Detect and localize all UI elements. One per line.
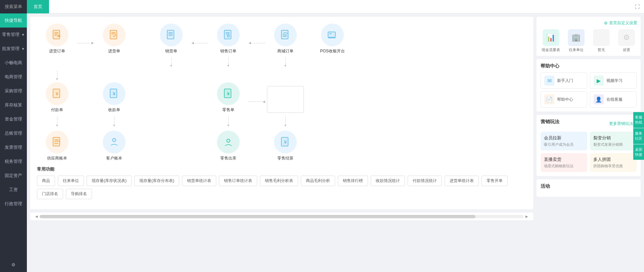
svg-text:¥: ¥	[55, 91, 58, 96]
func-btn-零售开单[interactable]: 零售开单	[481, 176, 508, 186]
help-center-title: 帮助中心	[541, 63, 637, 69]
scroll-row: ◀ ▶	[30, 213, 533, 220]
func-btn-销售订单[interactable]: 销售订单统计表	[219, 176, 257, 186]
svg-rect-7	[167, 30, 174, 39]
func-btn-商品[interactable]: 商品	[37, 176, 55, 186]
sidebar-item-retail[interactable]: 零售管理 ▼	[0, 28, 27, 42]
func-btn-现存量([interactable]: 现存量(库存状况表)	[87, 176, 132, 186]
arrow-sales-order-to-slip: ◀	[191, 41, 208, 54]
arrow-mall-to-sales-order: ◀	[248, 41, 265, 54]
sidebar-item-ledger[interactable]: 总账管理	[0, 126, 27, 140]
func-btn-销售毛利[interactable]: 销售毛利分析表	[260, 176, 298, 186]
flow-node-supplier-book[interactable]: 供应商账本	[37, 131, 77, 161]
sidebar: 快捷导航 零售管理 ▼ 批发管理 ▼ 小畅电商 电商管理 采购管理 库存核算 资…	[0, 13, 27, 272]
func-btn-进货单统[interactable]: 进货单统计表	[445, 176, 479, 186]
marketing-item-裂变分销[interactable]: 裂变分销裂变式发展分销商	[590, 132, 637, 150]
sidebar-item-admin[interactable]: 行政管理	[0, 197, 27, 211]
help-center-panel: 帮助中心 ✉新手入门▶视频学习📄帮助中心👤在线客服	[537, 59, 641, 111]
sidebar-item-invoice[interactable]: 发票管理	[0, 140, 27, 154]
sidebar-item-tax[interactable]: 税务管理	[0, 154, 27, 169]
help-item-新手入门[interactable]: ✉新手入门	[541, 73, 587, 89]
func-btn-付款情况[interactable]: 付款情况统计	[408, 176, 442, 186]
sidebar-item-ecommerce-small[interactable]: 小畅电商	[0, 56, 27, 70]
marketing-item-会员拉新[interactable]: 会员拉新吸引用户成为会员	[541, 132, 587, 150]
func-btn-商品毛利[interactable]: 商品毛利分析	[301, 176, 335, 186]
chevron-down-icon: ▼	[21, 47, 25, 51]
flow-node-purchase-slip[interactable]: 进货单	[94, 24, 134, 54]
common-funcs: 常用功能 商品往来单位现存量(库存状况表)现存量(库存分布表)销货单统计表销售订…	[37, 161, 526, 202]
more-marketing-link[interactable]: 更多营销玩法 >	[609, 121, 637, 127]
flow-node-purchase-order[interactable]: 进货订单	[37, 24, 77, 54]
search-menu[interactable]: 搜索菜单	[0, 0, 27, 13]
marketing-grid: 会员拉新吸引用户成为会员裂变分销裂变式发展分销商直播卖货场景式购物新玩法多人拼团…	[541, 132, 637, 172]
flow-node-retail-settle[interactable]: ¥ 零售结算	[265, 131, 306, 161]
svg-text:¥: ¥	[112, 91, 116, 96]
sidebar-settings[interactable]: ⚙	[0, 258, 27, 272]
func-grid: 商品往来单位现存量(库存状况表)现存量(库存分布表)销货单统计表销售订单统计表销…	[37, 176, 526, 199]
quick-icon-现金流量表[interactable]: 📊现金流量表	[540, 29, 562, 52]
func-btn-往来单位[interactable]: 往来单位	[58, 176, 84, 186]
help-item-帮助中心[interactable]: 📄帮助中心	[541, 91, 587, 107]
marketing-item-直播卖货[interactable]: 直播卖货场景式购物新玩法	[541, 153, 587, 172]
help-icon-新手入门: ✉	[544, 76, 554, 86]
svg-rect-11	[224, 30, 231, 39]
tab-home[interactable]: 首页	[27, 0, 49, 13]
help-item-视频学习[interactable]: ▶视频学习	[590, 73, 637, 89]
marketing-title: 营销玩法	[541, 119, 559, 125]
help-icon-在线客服: 👤	[594, 94, 604, 104]
common-funcs-title: 常用功能	[37, 166, 526, 172]
float-btn-desktop[interactable]: 桌面快捷	[633, 144, 644, 160]
arrow-purchase-order-to-slip: ▶	[77, 41, 94, 54]
flow-node-customer-book[interactable]: 客户账本	[94, 131, 134, 161]
marketing-panel: 营销玩法 更多营销玩法 > 会员拉新吸引用户成为会员裂变分销裂变式发展分销商直播…	[537, 115, 641, 176]
quick-icon-设置[interactable]: ⚙设置	[615, 29, 637, 52]
func-btn-收款情况[interactable]: 收款情况统计	[371, 176, 405, 186]
func-btn-销货单统[interactable]: 销货单统计表	[182, 176, 216, 186]
quick-nav-area: 进货订单 ▶	[30, 17, 533, 209]
quick-access-panel: ⚙ 首页自定义设置 📊现金流量表🏢往来单位暂无⚙设置	[537, 17, 641, 56]
quick-icon-暂无[interactable]: 暂无	[590, 29, 612, 52]
svg-text:¥: ¥	[227, 91, 230, 96]
svg-text:¥: ¥	[284, 139, 287, 145]
sidebar-item-inventory[interactable]: 库存核算	[0, 98, 27, 112]
quick-icon-往来单位[interactable]: 🏢往来单位	[565, 29, 587, 52]
sidebar-item-ecommerce[interactable]: 电商管理	[0, 70, 27, 84]
flow-node-sales-slip[interactable]: 销货单	[151, 24, 191, 54]
sidebar-item-quick-nav[interactable]: 快捷导航	[0, 13, 27, 28]
svg-rect-15	[281, 30, 288, 39]
flow-node-pos[interactable]: POS收银开台	[312, 24, 353, 54]
func-btn-门店排名[interactable]: 门店排名	[37, 189, 63, 199]
right-panel: ⚙ 首页自定义设置 📊现金流量表🏢往来单位暂无⚙设置 帮助中心 ✉新手入门▶视频…	[537, 13, 644, 272]
sidebar-item-finance[interactable]: 资金管理	[0, 112, 27, 126]
sidebar-item-wholesale[interactable]: 批发管理 ▼	[0, 42, 27, 56]
fullscreen-icon[interactable]: ⛶	[634, 3, 641, 10]
help-item-在线客服[interactable]: 👤在线客服	[590, 91, 637, 107]
sidebar-item-assets[interactable]: 固定资产	[0, 169, 27, 183]
scroll-right-arrow[interactable]: ▶	[524, 215, 530, 218]
sidebar-item-purchase[interactable]: 采购管理	[0, 84, 27, 98]
svg-point-30	[112, 138, 116, 142]
marketing-item-多人拼团[interactable]: 多人拼团拼团购物享受优惠	[590, 153, 637, 172]
sidebar-item-payroll[interactable]: 工资	[0, 183, 27, 197]
float-btn-community[interactable]: 服务社区	[633, 128, 644, 144]
help-icon-帮助中心: 📄	[544, 94, 554, 104]
activity-panel: 活动	[537, 179, 641, 197]
func-btn-现存量([interactable]: 现存量(库存分布表)	[134, 176, 179, 186]
help-icon-视频学习: ▶	[594, 76, 604, 86]
flow-node-mall-order[interactable]: 商城订单	[265, 24, 306, 54]
svg-rect-19	[329, 33, 331, 34]
scroll-bar[interactable]	[40, 215, 524, 218]
quick-access-setting[interactable]: ⚙ 首页自定义设置	[604, 20, 637, 26]
flow-node-retail-out[interactable]: 零售出库	[208, 131, 248, 161]
func-btn-导购排名[interactable]: 导购排名	[66, 189, 92, 199]
scroll-left-arrow[interactable]: ◀	[34, 215, 40, 218]
gear-icon: ⚙	[604, 21, 608, 26]
flow-node-sales-order[interactable]: 销售订单	[208, 24, 248, 54]
func-btn-销售排行[interactable]: 销售排行榜	[338, 176, 368, 186]
help-grid: ✉新手入门▶视频学习📄帮助中心👤在线客服	[541, 73, 637, 107]
float-btn-service[interactable]: 客服热线	[633, 112, 644, 128]
quick-icons-row: 📊现金流量表🏢往来单位暂无⚙设置	[540, 29, 637, 52]
flow-diagram: 进货订单 ▶	[37, 24, 526, 161]
activity-title: 活动	[541, 183, 637, 189]
svg-rect-18	[328, 32, 335, 37]
